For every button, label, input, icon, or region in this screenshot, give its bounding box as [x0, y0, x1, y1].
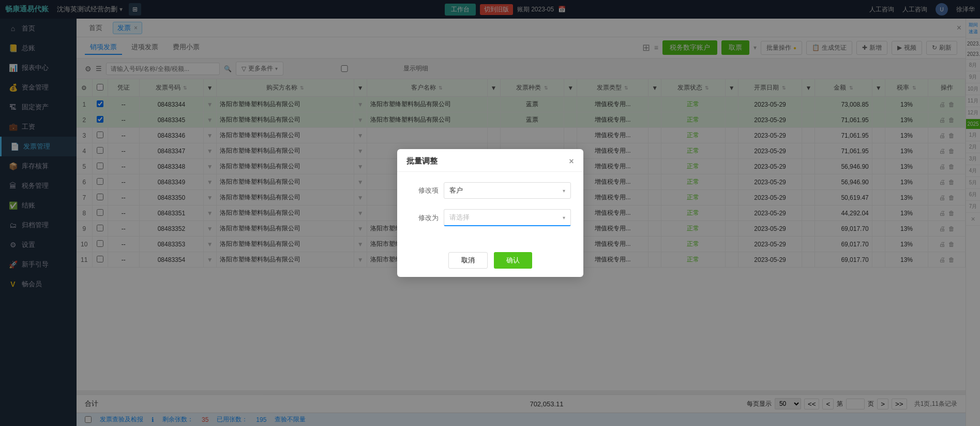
modify-to-label: 修改为	[410, 213, 439, 223]
modify-field-label: 修改项	[410, 186, 439, 195]
modify-field-chevron: ▾	[563, 188, 565, 194]
modal-footer: 取消 确认	[397, 247, 583, 277]
modify-to-chevron: ▾	[563, 215, 565, 221]
modal-title: 批量调整	[406, 156, 438, 166]
modal-close-btn[interactable]: ×	[569, 157, 574, 166]
modal-header: 批量调整 ×	[397, 149, 583, 172]
cancel-btn[interactable]: 取消	[448, 252, 488, 269]
modal-body: 修改项 客户 ▾ 修改为 请选择 ▾	[397, 172, 583, 247]
modal-field-row: 修改项 客户 ▾	[410, 182, 571, 199]
confirm-btn[interactable]: 确认	[494, 252, 532, 269]
modal-to-row: 修改为 请选择 ▾	[410, 209, 571, 226]
batch-adjust-modal: 批量调整 × 修改项 客户 ▾ 修改为 请选择 ▾ 取消 确认	[397, 149, 583, 277]
modify-field-select[interactable]: 客户 ▾	[444, 182, 571, 199]
modify-field-value: 客户	[449, 186, 463, 195]
modify-to-placeholder: 请选择	[449, 213, 470, 222]
modify-to-select[interactable]: 请选择 ▾	[444, 209, 571, 226]
modal-overlay[interactable]: 批量调整 × 修改项 客户 ▾ 修改为 请选择 ▾ 取消 确认	[0, 0, 980, 426]
